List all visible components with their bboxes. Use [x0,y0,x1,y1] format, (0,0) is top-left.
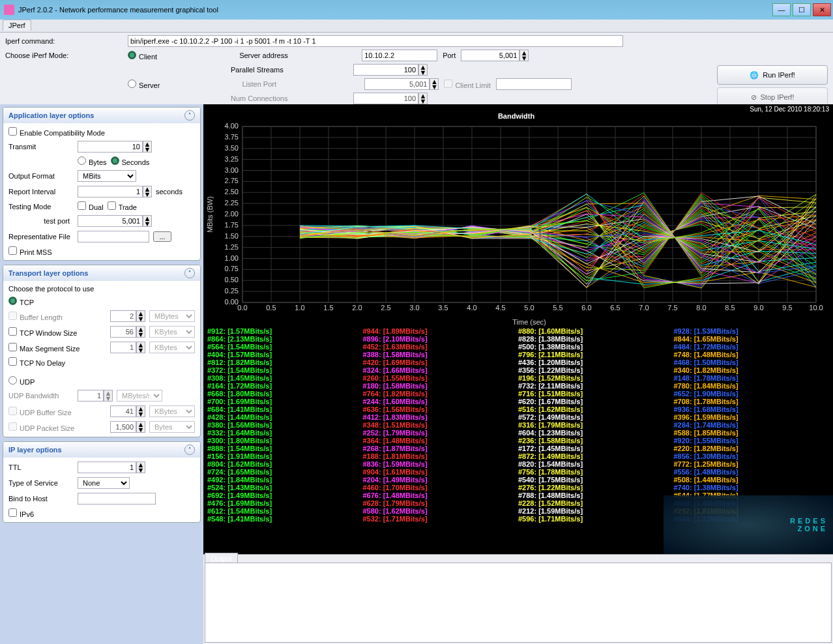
outfmt-label: Output Format [8,172,74,180]
mode-label: Choose iPerf Mode: [5,51,123,59]
legend-entry: #636: [1.56MBits/s] [363,405,519,413]
close-button[interactable]: ✕ [813,3,831,16]
legend-entry: #388: [1.58MBits/s] [363,351,519,359]
udp-radio[interactable]: UDP [8,376,195,386]
legend-entry: #276: [1.22MBits/s] [518,484,674,491]
legend-entry: #436: [1.20MBits/s] [518,359,674,366]
maximize-button[interactable]: ☐ [793,3,811,16]
tos-select[interactable]: None [78,477,130,489]
legend-entry: #572: [1.49MBits/s] [518,413,674,421]
ip-options-panel: IP layer options˄ TTL▲▼ Type of ServiceN… [3,441,201,523]
legend-entry: #856: [1.30MBits/s] [674,452,830,460]
svg-text:MBits (BW): MBits (BW) [206,196,214,233]
tcp-radio[interactable]: TCP [8,297,195,306]
testport-input[interactable] [78,215,143,227]
run-iperf-button[interactable]: 🌐Run IPerf! [717,65,828,85]
num-conn-label: Num Connections [231,95,348,102]
tmode-label: Testing Mode [8,203,74,211]
port-input[interactable] [461,50,519,61]
ttl-label: TTL [8,463,74,471]
tab-jperf[interactable]: JPerf [3,20,31,31]
legend-entry: #444: [1.32MBits/s] [674,515,830,523]
parallel-label: Parallel Streams [231,66,348,74]
legend-entry: #180: [1.58MBits/s] [363,382,519,390]
svg-text:2.25: 2.25 [225,199,239,207]
legend-entry: #236: [1.58MBits/s] [518,437,674,445]
window-titlebar: JPerf 2.0.2 - Network performance measur… [0,0,833,20]
app-options-panel: Application layer options˄ Enable Compat… [3,107,201,261]
svg-text:3.5: 3.5 [438,304,448,312]
nodelay-check[interactable]: TCP No Delay [8,357,195,367]
legend-entry: #308: [1.45MBits/s] [207,374,363,382]
legend-entry: #780: [1.84MBits/s] [674,382,830,390]
compat-check[interactable]: Enable Compatibility Mode [8,127,195,137]
collapse-icon[interactable]: ˄ [184,110,195,121]
svg-text:4.00: 4.00 [225,122,239,130]
svg-text:8.5: 8.5 [725,304,735,312]
iperf-command-input[interactable] [128,35,623,47]
seconds-radio[interactable]: Seconds [111,156,150,166]
svg-text:4.0: 4.0 [467,304,476,312]
legend-entry: #284: [1.74MBits/s] [674,421,830,429]
transmit-label: Transmit [8,143,74,151]
ipv6-check[interactable]: IPv6 [8,508,195,518]
repfile-input[interactable] [78,231,149,242]
outfmt-select[interactable]: MBits [78,170,136,182]
collapse-icon[interactable]: ˄ [184,445,195,455]
legend-entry: #356: [1.22MBits/s] [518,366,674,374]
parallel-input[interactable] [353,64,418,76]
printmss-check[interactable]: Print MSS [8,246,195,256]
trade-check[interactable]: Trade [108,201,137,211]
legend-entry: #604: [1.23MBits/s] [518,429,674,437]
svg-text:7.0: 7.0 [639,304,649,312]
legend-entry: #796: [2.11MBits/s] [518,351,674,359]
legend-entry: #156: [1.91MBits/s] [207,452,363,460]
udpbuf-input [110,405,136,417]
legend-entry: #708: [1.78MBits/s] [674,398,830,405]
svg-text:1.0: 1.0 [295,304,304,312]
legend-entry: #196: [1.52MBits/s] [518,374,674,382]
ttl-input[interactable] [78,461,136,473]
buflen-check[interactable]: Buffer Length [8,312,63,321]
bandwidth-chart: Bandwidth0.00.51.01.52.02.53.03.54.04.55… [203,104,833,326]
server-address-input[interactable] [362,50,437,61]
tcpwin-check[interactable]: TCP Window Size [8,327,77,337]
svg-text:1.50: 1.50 [225,232,239,240]
legend-entry: #724: [1.65MBits/s] [207,468,363,476]
legend-entry: #244: [1.60MBits/s] [363,398,519,405]
legend-entry: #676: [1.48MBits/s] [363,491,519,499]
bytes-radio[interactable]: Bytes [78,156,107,166]
browse-button[interactable]: ... [153,231,171,242]
port-spinner[interactable]: ▲▼ [519,50,529,61]
legend-entry: #172: [1.45MBits/s] [518,445,674,452]
parallel-spinner[interactable]: ▲▼ [418,64,428,76]
rintv-input[interactable] [78,186,143,198]
udpbuf-check: UDP Buffer Size [8,407,72,417]
dual-check[interactable]: Dual [78,201,104,211]
bind-input[interactable] [78,493,156,505]
legend-entry: #812: [1.82MBits/s] [207,359,363,366]
maxseg-check[interactable]: Max Segment Size [8,343,80,353]
listen-port-input [364,78,430,90]
udppkt-unit: Bytes [149,421,195,433]
legend-entry: #668: [1.80MBits/s] [207,390,363,398]
legend-entry: #596: [1.71MBits/s] [518,515,674,523]
legend-entry: #804: [1.62MBits/s] [207,460,363,468]
svg-text:0.25: 0.25 [225,287,239,295]
transmit-input[interactable] [78,141,143,153]
legend-entry: #732: [2.11MBits/s] [518,382,674,390]
server-radio[interactable]: Server [128,80,160,89]
legend-entry: #548: [1.41MBits/s] [207,515,363,523]
legend-entry: #348: [1.51MBits/s] [363,421,519,429]
collapse-icon[interactable]: ˄ [184,268,195,278]
svg-text:Bandwidth: Bandwidth [498,112,534,120]
minimize-button[interactable]: — [772,3,791,16]
legend-entry: #204: [1.49MBits/s] [363,476,519,484]
legend-entry: #888: [1.54MBits/s] [207,445,363,452]
listen-port-label: Listen Port [242,80,359,88]
legend-entry: #532: [1.71MBits/s] [363,515,519,523]
legend-entry: #716: [1.51MBits/s] [518,390,674,398]
client-radio[interactable]: Client [128,51,157,61]
output-text[interactable]: [596] 0.0-10.2 sec 2.09 MBytes 1.71 Mbit… [205,563,832,643]
legend-entry: #936: [1.68MBits/s] [674,405,830,413]
